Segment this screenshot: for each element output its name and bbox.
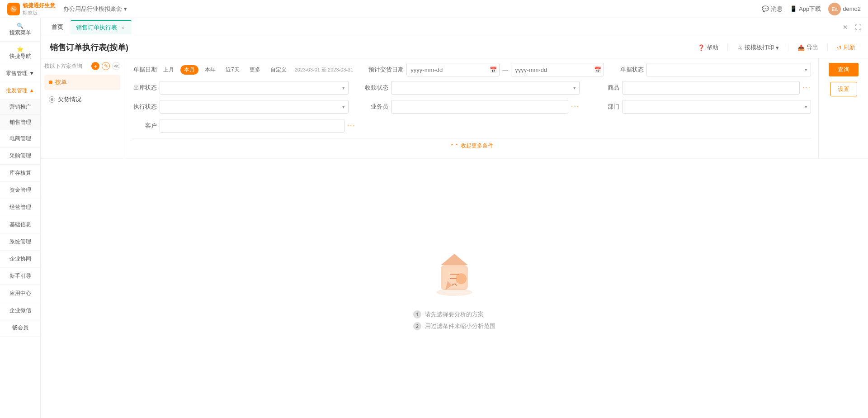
delivery-date-end-input[interactable] bbox=[511, 63, 604, 76]
calendar-end-icon: 📅 bbox=[594, 66, 601, 73]
date-dash: — bbox=[502, 66, 508, 73]
window-maximize-icon[interactable]: ⛶ bbox=[854, 23, 863, 32]
sidebar: 🔍 搜索菜单 ⭐ 快捷导航 零售管理 ▼ 批发管理 ▲ 营销推广 销售管理 电商… bbox=[0, 18, 41, 418]
execution-status-label: 执行状态 bbox=[132, 103, 157, 111]
tip-number-1: 1 bbox=[413, 310, 421, 318]
scheme-item-shortage[interactable]: 欠货情况 bbox=[44, 92, 120, 107]
department-select-wrapper: ▾ bbox=[622, 100, 811, 114]
sidebar-item-collab[interactable]: 企业协同 bbox=[0, 251, 40, 268]
date-tag-7days[interactable]: 近7天 bbox=[222, 65, 243, 75]
collection-status-select[interactable] bbox=[391, 81, 580, 95]
print-btn[interactable]: 🖨 按模板打印 ▾ bbox=[733, 42, 783, 53]
sidebar-item-guide[interactable]: 新手引导 bbox=[0, 268, 40, 285]
message-btn[interactable]: 💬 消息 bbox=[762, 5, 783, 13]
delivery-date-start-input[interactable] bbox=[406, 63, 500, 76]
sidebar-item-appstore[interactable]: 应用中心 bbox=[0, 285, 40, 302]
company-selector[interactable]: 办公用品行业模拟账套 ▾ bbox=[63, 5, 127, 13]
doc-status-group: 单据状态 ▾ bbox=[618, 63, 811, 76]
export-btn[interactable]: 📤 导出 bbox=[794, 42, 822, 53]
tab-home[interactable]: 首页 bbox=[46, 20, 69, 34]
date-tag-more[interactable]: 更多 bbox=[246, 65, 264, 75]
doc-status-select[interactable] bbox=[646, 63, 811, 76]
print-dropdown-icon: ▾ bbox=[776, 44, 779, 51]
sidebar-submenu-wholesale: 营销推广 销售管理 bbox=[0, 100, 40, 130]
tab-close-icon[interactable]: × bbox=[120, 24, 126, 31]
date-quick-tags: 上月 本月 本年 近7天 更多 自定义 bbox=[160, 65, 290, 75]
sidebar-item-weixin[interactable]: 企业微信 bbox=[0, 302, 40, 319]
outbound-status-select[interactable] bbox=[160, 81, 349, 95]
sidebar-item-ecommerce[interactable]: 电商管理 bbox=[0, 130, 40, 147]
filter-row-1: 单据日期 上月 本月 本年 近7天 更多 自定义 2023-03-01 至 20… bbox=[132, 63, 811, 76]
divider2 bbox=[788, 44, 788, 51]
empty-tips: 1 请先选择要分析的方案 2 用过滤条件来缩小分析范围 bbox=[413, 310, 495, 330]
empty-tip-2: 2 用过滤条件来缩小分析范围 bbox=[413, 322, 495, 330]
filter-action-panel: 查询 设置 bbox=[818, 58, 868, 158]
sidebar-item-basic[interactable]: 基础信息 bbox=[0, 216, 40, 233]
execution-status-select[interactable] bbox=[160, 100, 349, 114]
search-icon: 🔍 bbox=[2, 23, 38, 29]
svg-point-6 bbox=[456, 273, 467, 284]
department-label: 部门 bbox=[594, 103, 619, 111]
product-input[interactable] bbox=[622, 81, 799, 95]
date-tag-this-month[interactable]: 本月 bbox=[180, 65, 198, 75]
sidebar-item-operation[interactable]: 经营管理 bbox=[0, 199, 40, 216]
tab-sales-exec[interactable]: 销售订单执行表 × bbox=[71, 20, 132, 34]
doc-status-select-wrapper: ▾ bbox=[646, 63, 811, 76]
date-tag-this-year[interactable]: 本年 bbox=[201, 65, 219, 75]
salesperson-input[interactable] bbox=[391, 100, 568, 114]
sidebar-item-member[interactable]: 畅会员 bbox=[0, 319, 40, 337]
help-btn[interactable]: ❓ 帮助 bbox=[694, 42, 722, 53]
sidebar-label-quick: 快捷导航 bbox=[2, 52, 38, 60]
customer-input[interactable] bbox=[160, 119, 344, 133]
sidebar-item-inventory[interactable]: 库存核算 bbox=[0, 165, 40, 182]
sidebar-label-search: 搜索菜单 bbox=[2, 29, 38, 37]
sidebar-item-quick[interactable]: ⭐ 快捷导航 bbox=[0, 42, 40, 65]
sidebar-item-marketing[interactable]: 营销推广 bbox=[0, 100, 40, 115]
add-scheme-btn[interactable]: + bbox=[91, 62, 99, 70]
export-icon: 📤 bbox=[797, 44, 805, 51]
department-select[interactable] bbox=[622, 100, 811, 114]
collapse-filters-btn[interactable]: ⌃⌃ 收起更多条件 bbox=[132, 138, 811, 153]
salesperson-more-icon[interactable]: ··· bbox=[571, 103, 580, 111]
app-download-btn[interactable]: 📱 App下载 bbox=[790, 5, 821, 13]
sidebar-item-system[interactable]: 系统管理 bbox=[0, 233, 40, 251]
phone-icon: 📱 bbox=[790, 5, 797, 12]
customer-label: 客户 bbox=[132, 122, 157, 130]
filter-area: 按以下方案查询 + ✎ ≪ 按单 欠货情况 bbox=[41, 58, 868, 158]
delivery-date-group: 预计交货日期 📅 — 📅 bbox=[368, 63, 604, 76]
sidebar-item-search[interactable]: 🔍 搜索菜单 bbox=[0, 18, 40, 42]
topbar: 畅捷通好生意 标准版 办公用品行业模拟账套 ▾ 💬 消息 📱 App下载 Ea … bbox=[0, 0, 868, 18]
customer-more-icon[interactable]: ··· bbox=[347, 122, 356, 130]
user-avatar[interactable]: Ea demo2 bbox=[828, 3, 861, 15]
query-button[interactable]: 查询 bbox=[829, 63, 859, 76]
outbound-status-label: 出库状态 bbox=[132, 84, 157, 92]
doc-date-label: 单据日期 bbox=[132, 66, 157, 74]
sidebar-item-wholesale[interactable]: 批发管理 ▲ bbox=[0, 82, 40, 100]
date-tag-prev-month[interactable]: 上月 bbox=[160, 65, 178, 75]
date-tag-custom[interactable]: 自定义 bbox=[267, 65, 290, 75]
main-layout: 🔍 搜索菜单 ⭐ 快捷导航 零售管理 ▼ 批发管理 ▲ 营销推广 销售管理 电商… bbox=[0, 18, 868, 418]
scheme-item-by-order[interactable]: 按单 bbox=[44, 75, 120, 90]
collapse-scheme-btn[interactable]: ≪ bbox=[112, 62, 120, 70]
window-close-icon[interactable]: ✕ bbox=[841, 23, 850, 32]
doc-date-group: 单据日期 上月 本月 本年 近7天 更多 自定义 2023-03-01 至 20… bbox=[132, 65, 353, 75]
filter-main: 单据日期 上月 本月 本年 近7天 更多 自定义 2023-03-01 至 20… bbox=[124, 58, 818, 158]
salesperson-label: 业务员 bbox=[363, 103, 388, 111]
product-more-icon[interactable]: ··· bbox=[802, 84, 811, 92]
filter-left-panel: 按以下方案查询 + ✎ ≪ 按单 欠货情况 bbox=[41, 58, 124, 158]
page-header: 销售订单执行表(按单) ❓ 帮助 🖨 按模板打印 ▾ 📤 bbox=[41, 36, 868, 58]
empty-illustration bbox=[427, 247, 481, 301]
edit-scheme-btn[interactable]: ✎ bbox=[102, 62, 110, 70]
sidebar-item-retail[interactable]: 零售管理 ▼ bbox=[0, 65, 40, 82]
scheme-active-dot bbox=[49, 81, 52, 84]
refresh-btn[interactable]: ↺ 刷新 bbox=[833, 42, 859, 53]
quick-icon: ⭐ bbox=[2, 46, 38, 52]
page-title-row: 销售订单执行表(按单) ❓ 帮助 🖨 按模板打印 ▾ 📤 bbox=[50, 42, 859, 53]
message-icon: 💬 bbox=[762, 5, 769, 12]
sidebar-item-purchase[interactable]: 采购管理 bbox=[0, 147, 40, 165]
sidebar-item-sales[interactable]: 销售管理 bbox=[0, 115, 40, 130]
setting-button[interactable]: 设置 bbox=[830, 82, 857, 96]
filter-left-icons: + ✎ ≪ bbox=[91, 62, 120, 70]
sidebar-item-finance[interactable]: 资金管理 bbox=[0, 182, 40, 199]
sidebar-label-retail: 零售管理 ▼ bbox=[2, 70, 38, 77]
